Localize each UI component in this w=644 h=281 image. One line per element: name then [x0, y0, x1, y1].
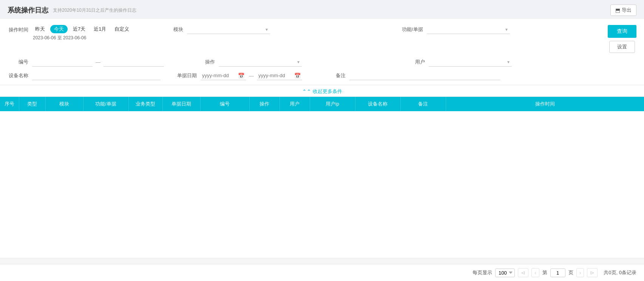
operation-time-label: 操作时间 [8, 26, 28, 33]
total-text: 共0页, 0条记录 [604, 269, 636, 276]
time-btn-today[interactable]: 今天 [50, 25, 68, 33]
calendar-end-icon[interactable]: 📅 [294, 73, 301, 79]
module-select[interactable] [187, 25, 270, 34]
device-input[interactable] [32, 71, 161, 80]
settings-button[interactable]: 设置 [609, 41, 635, 53]
number-start-input[interactable] [32, 57, 93, 67]
table-header: 序号 类型 模块 功能/单据 业务类型 单据日期 编号 操作 用户 用户ip 设… [0, 97, 644, 111]
col-user: 用户 [280, 97, 310, 111]
col-module: 模块 [45, 97, 83, 111]
time-btn-7days[interactable]: 近7天 [70, 25, 88, 33]
remark-input[interactable] [349, 71, 500, 80]
export-icon: ⬒ [615, 7, 620, 13]
col-remark: 备注 [400, 97, 446, 111]
number-end-input[interactable] [103, 57, 164, 67]
col-type: 类型 [19, 97, 45, 111]
function-select[interactable] [427, 25, 510, 34]
user-select-wrap: ▾ [429, 57, 512, 67]
time-btn-custom[interactable]: 自定义 [111, 25, 132, 33]
col-index: 序号 [0, 97, 19, 111]
table-wrap: 序号 类型 模块 功能/单据 业务类型 单据日期 编号 操作 用户 用户ip 设… [0, 97, 644, 258]
col-function: 功能/单据 [83, 97, 128, 111]
page-container: 系统操作日志 支持2020年10月31日之后产生的操作日志 ⬒ 导出 操作时间 … [0, 0, 644, 281]
page-title: 系统操作日志 [8, 6, 48, 15]
col-device: 设备名称 [355, 97, 400, 111]
col-user-ip: 用户ip [310, 97, 355, 111]
date-start-wrap: 📅 [201, 71, 246, 80]
export-button[interactable]: ⬒ 导出 [610, 5, 636, 16]
date-end-wrap: 📅 [257, 71, 302, 80]
horizontal-scrollbar[interactable] [0, 258, 644, 264]
module-select-wrap: ▾ [187, 25, 270, 34]
collapse-button[interactable]: ⌃⌃ 收起更多条件 [302, 88, 342, 95]
last-page-button[interactable]: ⊳ [587, 268, 598, 277]
first-page-button[interactable]: ⊲ [518, 268, 528, 277]
time-btn-1month[interactable]: 近1月 [91, 25, 109, 33]
export-label: 导出 [622, 7, 632, 14]
page-size-label: 每页显示 [473, 269, 492, 276]
number-label: 编号 [8, 59, 28, 65]
col-voucher-date: 单据日期 [162, 97, 200, 111]
voucher-date-label: 单据日期 [174, 72, 197, 79]
page-unit: 页 [568, 269, 573, 276]
page-label: 第 [542, 269, 547, 276]
time-filter-group: 昨天 今天 近7天 近1月 自定义 2023-06-06 至 2023-06-0… [32, 25, 132, 41]
function-label: 功能/单据 [397, 26, 423, 33]
time-buttons: 昨天 今天 近7天 近1月 自定义 [32, 25, 132, 33]
collapse-up-icon: ⌃⌃ [302, 88, 311, 95]
function-select-wrap: ▾ [427, 25, 510, 34]
time-range-text: 2023-06-06 至 2023-06-06 [33, 35, 132, 41]
right-buttons: 查询 设置 [608, 25, 636, 53]
page-size-select[interactable]: 100 50 200 [495, 269, 515, 277]
collapse-bar: ⌃⌃ 收起更多条件 [0, 85, 644, 97]
page-header: 系统操作日志 支持2020年10月31日之后产生的操作日志 ⬒ 导出 [0, 0, 644, 19]
query-button[interactable]: 查询 [608, 25, 636, 38]
date-separator: — [249, 73, 254, 79]
page-number-input[interactable] [550, 269, 565, 277]
remark-label: 备注 [325, 72, 346, 79]
pagination-bar: 每页显示 100 50 200 ⊲ ‹ 第 页 › ⊳ 共0页, 0条记录 [0, 264, 644, 281]
prev-page-button[interactable]: ‹ [531, 268, 539, 277]
data-table: 序号 类型 模块 功能/单据 业务类型 单据日期 编号 操作 用户 用户ip 设… [0, 97, 644, 111]
collapse-label: 收起更多条件 [313, 88, 342, 95]
col-operation: 操作 [249, 97, 280, 111]
next-page-button[interactable]: › [576, 268, 584, 277]
operation-select-wrap: ▾ [219, 57, 302, 67]
number-separator: — [96, 59, 100, 65]
col-number: 编号 [200, 97, 249, 111]
user-label: 用户 [404, 59, 425, 65]
page-subtitle: 支持2020年10月31日之后产生的操作日志 [53, 7, 136, 14]
col-biz-type: 业务类型 [128, 97, 162, 111]
user-select[interactable] [429, 57, 512, 67]
device-label: 设备名称 [8, 72, 28, 79]
time-btn-yesterday[interactable]: 昨天 [32, 25, 48, 33]
module-label: 模块 [162, 26, 183, 33]
operation-select[interactable] [219, 57, 302, 67]
filter-area: 操作时间 昨天 今天 近7天 近1月 自定义 2023-06-06 至 2023… [0, 19, 644, 85]
col-op-time: 操作时间 [446, 97, 644, 111]
calendar-start-icon[interactable]: 📅 [238, 73, 244, 79]
table-header-row: 序号 类型 模块 功能/单据 业务类型 单据日期 编号 操作 用户 用户ip 设… [0, 97, 644, 111]
operation-label: 操作 [194, 59, 215, 65]
